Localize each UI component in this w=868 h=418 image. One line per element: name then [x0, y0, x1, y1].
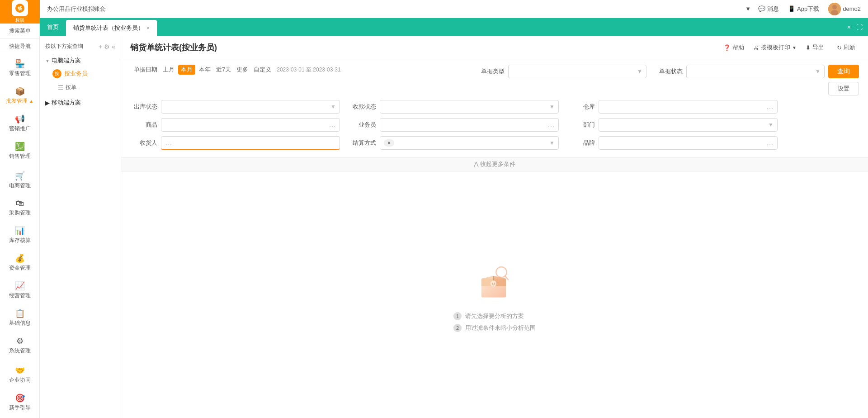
- salesperson-label: 业务员: [349, 121, 376, 129]
- export-button[interactable]: ⬇ 导出: [802, 42, 828, 53]
- warehouse-dots-icon: …: [766, 103, 774, 111]
- system-icon: ⚙: [0, 336, 39, 346]
- empty-tip-2: 2 用过滤条件来缩小分析范围: [453, 324, 536, 332]
- group-arrow-icon: ▼: [45, 58, 50, 63]
- tab-home[interactable]: 首页: [40, 18, 66, 36]
- doc-status-chevron-icon: ▼: [815, 68, 821, 75]
- quick-nav-button[interactable]: 快捷导航: [0, 39, 39, 54]
- marketing-icon: 📢: [0, 114, 39, 124]
- out-status-select[interactable]: ▼: [161, 100, 340, 114]
- action-buttons: 查询 设置: [828, 65, 859, 95]
- left-panel-header: 按以下方案查询 + ⚙ «: [40, 40, 121, 53]
- app-name: 办公用品行业模拟账套: [47, 5, 738, 13]
- by-order-sub-item[interactable]: ☰ 按单: [40, 81, 121, 94]
- tip-num-1: 1: [453, 312, 462, 320]
- collapse-bar[interactable]: ⋀ 收起更多条件: [121, 157, 868, 171]
- empty-tip-1: 1 请先选择要分析的方案: [453, 312, 536, 320]
- date-last-month[interactable]: 上月: [161, 65, 176, 75]
- date-this-month[interactable]: 本月: [178, 65, 195, 75]
- purchase-icon: 🛍: [0, 199, 39, 208]
- print-button[interactable]: 🖨 按模板打印 ▼: [753, 43, 797, 52]
- topbar-right: 💬 消息 📱 App下载 demo2: [758, 3, 861, 15]
- search-menu-button[interactable]: 搜索菜单: [0, 24, 39, 39]
- sidebar-item-ecommerce[interactable]: 🛒 电商管理: [0, 166, 39, 194]
- date-this-year[interactable]: 本年: [197, 65, 212, 75]
- department-select[interactable]: ▼: [599, 118, 778, 132]
- doc-status-label: 单据状态: [656, 67, 683, 76]
- salesperson-input[interactable]: …: [380, 118, 559, 132]
- sidebar-item-basic[interactable]: 📋 基础信息: [0, 304, 39, 332]
- consignee-input[interactable]: …: [161, 136, 340, 150]
- settlement-select[interactable]: × ▼: [380, 136, 559, 150]
- right-panel: 销货单统计表(按业务员) ❓ 帮助 🖨 按模板打印 ▼ ⬇ 导出: [121, 36, 868, 418]
- salesperson-scheme-item[interactable]: 按 按业务员: [40, 66, 121, 81]
- date-more[interactable]: 更多: [235, 65, 250, 75]
- basic-icon: 📋: [0, 309, 39, 318]
- goods-dots-icon: …: [329, 121, 336, 129]
- add-scheme-button[interactable]: +: [99, 43, 102, 50]
- doc-type-select[interactable]: ▼: [508, 65, 646, 78]
- sidebar-item-finance[interactable]: 💰 资金管理: [0, 249, 39, 276]
- sidebar-item-appcenter[interactable]: 📱 应用中心: [0, 416, 39, 418]
- sidebar-item-sales[interactable]: 💹 销售管理: [0, 137, 39, 165]
- sidebar-item-retail[interactable]: 🏪 零售管理: [0, 54, 39, 82]
- print-dropdown-icon: ▼: [792, 45, 797, 50]
- settings-scheme-button[interactable]: ⚙: [104, 43, 110, 50]
- user-menu[interactable]: demo2: [828, 3, 861, 15]
- query-button[interactable]: 查询: [828, 65, 859, 78]
- department-label: 部门: [568, 121, 595, 129]
- tip-num-2: 2: [453, 324, 462, 332]
- sidebar-item-enterprise[interactable]: 🤝 企业协同: [0, 361, 39, 389]
- brand-input[interactable]: …: [599, 136, 778, 150]
- receipt-status-label: 收款状态: [349, 103, 376, 111]
- svg-point-13: [494, 282, 495, 283]
- collapse-icon: ⋀: [474, 161, 479, 167]
- settlement-tag-close[interactable]: ×: [387, 140, 391, 146]
- sidebar-item-operation[interactable]: 📈 经营管理: [0, 276, 39, 304]
- app-dropdown[interactable]: ▼: [745, 5, 751, 12]
- goods-label: 商品: [130, 121, 157, 129]
- ecommerce-icon: 🛒: [0, 171, 39, 181]
- refresh-button[interactable]: ↻ 刷新: [833, 42, 859, 53]
- receipt-status-select[interactable]: ▼: [380, 100, 559, 114]
- tab-minimize-button[interactable]: ×: [847, 24, 851, 31]
- tab-close-button[interactable]: ×: [146, 25, 150, 31]
- sidebar-item-system[interactable]: ⚙ 系统管理: [0, 332, 39, 359]
- mobile-scheme-group[interactable]: ▶ 移动端方案: [40, 96, 121, 109]
- sidebar-item-wholesale[interactable]: 📦 批发管理 ▲: [0, 82, 39, 109]
- enterprise-icon: 🤝: [0, 366, 39, 375]
- doc-type-chevron-icon: ▼: [637, 68, 642, 75]
- sidebar-item-inventory[interactable]: 📊 库存核算: [0, 221, 39, 249]
- warehouse-label: 仓库: [568, 103, 595, 111]
- out-status-chevron-icon: ▼: [330, 104, 336, 110]
- goods-input[interactable]: …: [161, 118, 340, 132]
- warehouse-input[interactable]: …: [599, 100, 778, 114]
- date-label: 单据日期: [130, 66, 157, 74]
- settings-button[interactable]: 设置: [828, 82, 859, 95]
- sidebar-item-newbie[interactable]: 🎯 新手引导: [0, 389, 39, 416]
- date-7days[interactable]: 近7天: [214, 65, 233, 75]
- download-icon: 📱: [788, 5, 795, 12]
- help-button[interactable]: ❓ 帮助: [720, 42, 748, 53]
- app-download-button[interactable]: 📱 App下载: [788, 5, 819, 13]
- receipt-status-chevron-icon: ▼: [549, 104, 555, 110]
- sidebar-item-marketing[interactable]: 📢 营销推广: [0, 109, 39, 137]
- sidebar-logo: 畅 标版: [0, 0, 40, 24]
- date-filter: 上月 本月 本年 近7天 更多 自定义 2023-03-01 至 2023-03…: [161, 65, 468, 75]
- settlement-chevron-icon: ▼: [549, 140, 555, 146]
- tab-maximize-button[interactable]: ⛶: [856, 24, 863, 31]
- desktop-scheme-group[interactable]: ▼ 电脑端方案: [40, 55, 121, 66]
- brand-dots-icon: …: [766, 139, 774, 147]
- doc-status-select[interactable]: ▼: [686, 65, 825, 78]
- empty-tips: 1 请先选择要分析的方案 2 用过滤条件来缩小分析范围: [453, 312, 536, 332]
- sidebar-item-purchase[interactable]: 🛍 采购管理: [0, 194, 39, 221]
- message-button[interactable]: 💬 消息: [758, 5, 779, 13]
- filter-area: 单据日期 上月 本月 本年 近7天 更多 自定义 2023-03-01 至 20…: [121, 59, 868, 157]
- tab-active[interactable]: 销货单统计表（按业务员） ×: [66, 20, 157, 36]
- consignee-dots-icon: …: [165, 139, 172, 147]
- left-panel: 按以下方案查询 + ⚙ « ▼ 电脑端方案 按 按业务员 ☰ 按单: [40, 36, 121, 418]
- date-custom[interactable]: 自定义: [252, 65, 273, 75]
- collapse-panel-button[interactable]: «: [112, 43, 115, 50]
- avatar: [828, 3, 841, 15]
- svg-point-11: [491, 280, 496, 286]
